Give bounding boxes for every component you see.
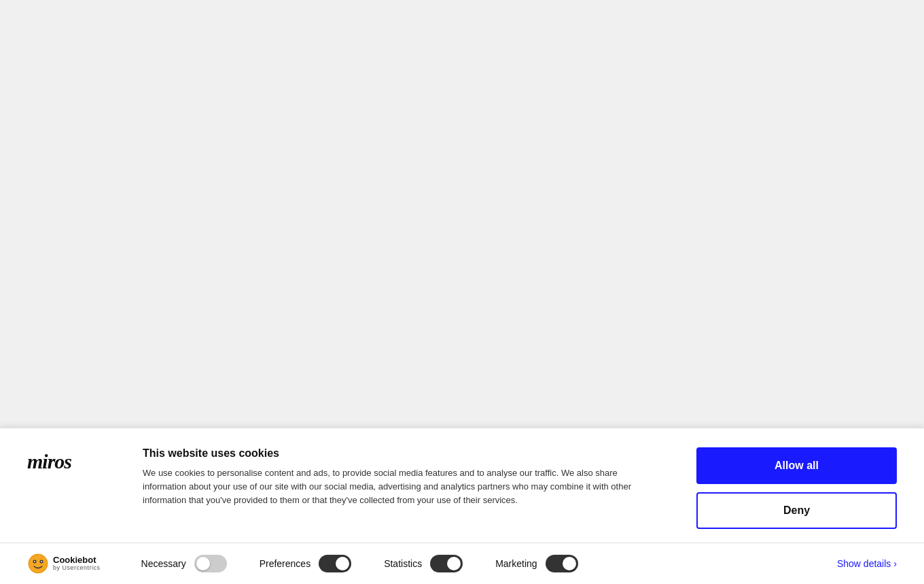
svg-point-0 xyxy=(29,554,48,573)
consent-label-marketing: Marketing xyxy=(495,558,537,569)
consent-item-necessary: Necessary xyxy=(141,555,227,572)
allow-all-button[interactable]: Allow all xyxy=(696,447,897,484)
cookie-footer: Cookiebot by Usercentrics Necessary Pref… xyxy=(0,543,924,584)
consent-label-statistics: Statistics xyxy=(384,558,422,569)
miros-logo: miros xyxy=(27,450,116,473)
cookiebot-name: Cookiebot xyxy=(53,555,101,565)
show-details-arrow-icon: › xyxy=(893,558,897,569)
consent-item-statistics: Statistics xyxy=(384,555,463,572)
consent-item-marketing: Marketing xyxy=(495,555,578,572)
svg-point-3 xyxy=(34,561,35,562)
consent-item-preferences: Preferences xyxy=(260,555,351,572)
cookie-title: This website uses cookies xyxy=(143,447,669,460)
cookie-banner: miros This website uses cookies We use c… xyxy=(0,428,924,584)
show-details-label: Show details xyxy=(837,558,891,569)
toggle-statistics-track xyxy=(430,555,463,572)
toggle-marketing-track xyxy=(546,555,578,572)
cookie-banner-main: miros This website uses cookies We use c… xyxy=(0,428,924,543)
toggle-statistics-thumb xyxy=(447,557,461,570)
cookie-description: We use cookies to personalise content an… xyxy=(143,466,659,507)
toggle-preferences[interactable] xyxy=(319,555,351,572)
toggle-necessary-track xyxy=(194,555,227,572)
toggle-preferences-track xyxy=(319,555,351,572)
toggle-marketing[interactable] xyxy=(546,555,578,572)
cookiebot-icon xyxy=(27,553,49,574)
toggle-preferences-thumb xyxy=(336,557,349,570)
svg-point-4 xyxy=(41,561,42,562)
toggle-statistics[interactable] xyxy=(430,555,463,572)
cookie-content: This website uses cookies We use cookies… xyxy=(143,447,669,507)
consent-label-necessary: Necessary xyxy=(141,558,186,569)
consent-controls: Necessary Preferences xyxy=(141,555,897,572)
deny-button[interactable]: Deny xyxy=(696,492,897,529)
cookiebot-sub: by Usercentrics xyxy=(53,565,101,572)
main-content xyxy=(0,0,924,408)
consent-label-preferences: Preferences xyxy=(260,558,310,569)
cookiebot-logo: Cookiebot by Usercentrics xyxy=(27,553,101,574)
show-details-link[interactable]: Show details › xyxy=(837,558,897,569)
toggle-necessary-thumb xyxy=(196,557,210,570)
toggle-marketing-thumb xyxy=(563,557,576,570)
miros-logo-container: miros xyxy=(27,447,116,473)
cookiebot-text: Cookiebot by Usercentrics xyxy=(53,555,101,572)
cookie-actions: Allow all Deny xyxy=(696,447,897,529)
toggle-necessary[interactable] xyxy=(194,555,227,572)
